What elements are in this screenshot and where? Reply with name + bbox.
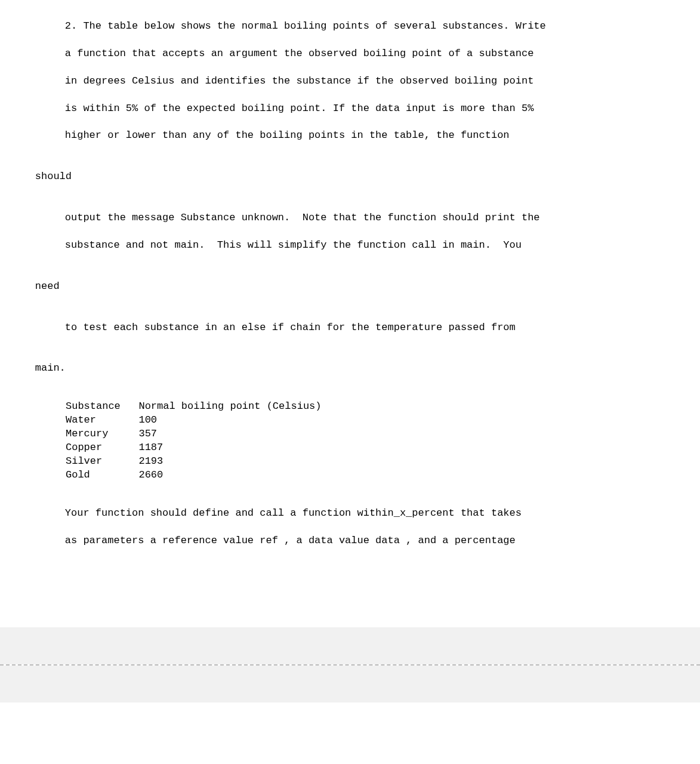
table-cell-bp: 2193 [138, 455, 163, 467]
boiling-point-table: Substance Normal boiling point (Celsius)… [0, 389, 700, 482]
divider-band-top [0, 627, 700, 664]
intro-line: 2. The table below shows the normal boil… [65, 20, 546, 32]
table-cell-bp: 357 [138, 428, 157, 439]
intro-line: a function that accepts an argument the … [65, 48, 534, 59]
table-cell-name: Copper [66, 442, 102, 453]
intro-line: is within 5% of the expected boiling poi… [65, 103, 534, 114]
func-desc-line: as parameters a reference value ref , a … [65, 535, 516, 546]
problem-intro: 2. The table below shows the normal boil… [0, 0, 700, 156]
table-header-substance: Substance [66, 401, 121, 412]
page-break-divider [0, 627, 700, 703]
problem-mid: output the message Substance unknown. No… [0, 198, 700, 266]
intro-line: higher or lower than any of the boiling … [65, 130, 510, 141]
table-cell-bp: 1187 [138, 442, 163, 453]
table-cell-bp: 100 [138, 414, 157, 426]
table-cell-name: Gold [66, 469, 90, 480]
function-description: Your function should define and call a f… [0, 482, 700, 562]
intro-line: in degrees Celsius and identifies the su… [65, 75, 534, 87]
table-header-bp: Normal boiling point (Celsius) [138, 401, 321, 412]
table-cell-name: Water [66, 414, 96, 426]
wrap-word: need [0, 266, 700, 307]
main-word: main. [35, 362, 66, 374]
need-word: need [35, 281, 60, 292]
wrap-word: main. [0, 348, 700, 389]
table-cell-name: Mercury [66, 428, 108, 439]
divider-band-bottom [0, 666, 700, 703]
mid-line: output the message Substance unknown. No… [65, 212, 540, 223]
table-cell-bp: 2660 [138, 469, 163, 480]
table-cell-name: Silver [66, 455, 102, 467]
should-word: should [35, 171, 72, 182]
mid-line: substance and not main. This will simpli… [65, 239, 522, 251]
wrap-word: should [0, 156, 700, 198]
test-line: to test each substance in an else if cha… [65, 322, 516, 333]
problem-test: to test each substance in an else if cha… [0, 307, 700, 349]
func-desc-line: Your function should define and call a f… [65, 507, 522, 519]
document-page: 2. The table below shows the normal boil… [0, 0, 700, 764]
